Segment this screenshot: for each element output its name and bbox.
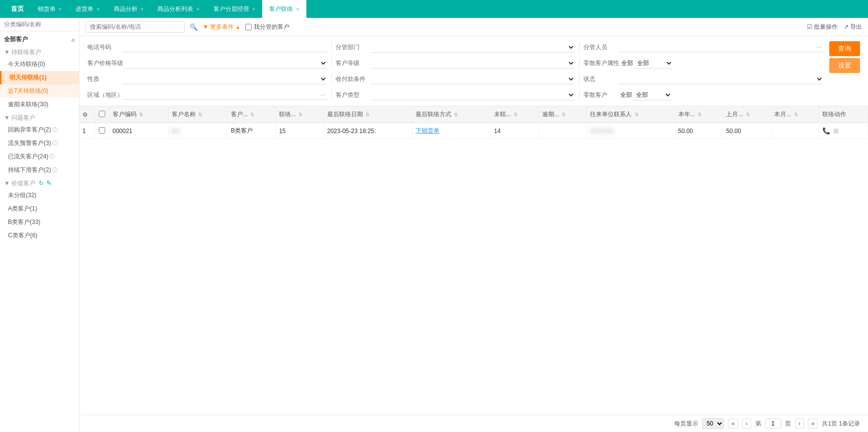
department-label: 分管部门	[336, 43, 370, 52]
sidebar-item-churn-risk[interactable]: 流失预警客户(3) ⓘ	[0, 137, 79, 150]
sort-icon-uncontacted[interactable]: ⇅	[513, 112, 517, 117]
price-level-select[interactable]	[123, 58, 327, 69]
sort-icon-date[interactable]: ⇅	[365, 112, 369, 117]
department-select[interactable]	[370, 42, 576, 53]
divider4	[579, 57, 579, 69]
phone-action-icon[interactable]: 📞	[822, 127, 830, 135]
manager-ellipsis[interactable]: ···	[814, 44, 823, 51]
query-button[interactable]: 查询	[829, 41, 860, 56]
col-this-month-header[interactable]: 本月... ⇅	[771, 106, 819, 123]
col-uncontacted-header[interactable]: 未联... ⇅	[491, 106, 539, 123]
gender-select[interactable]	[122, 74, 327, 84]
my-customers-checkbox-label[interactable]: 我分管的客户	[245, 23, 289, 31]
sidebar-item-repurchase-abnormal[interactable]: 回购异常客户(2) ⓘ	[0, 123, 79, 137]
col-this-year-header[interactable]: 本年... ⇅	[675, 106, 723, 123]
collapse-sidebar-icon[interactable]: «	[71, 36, 75, 44]
row-customer-type: B类客户	[228, 123, 276, 139]
sort-icon-type[interactable]: ⇅	[250, 112, 254, 117]
col-settings[interactable]: ⚙	[79, 106, 95, 123]
refresh-value-icon[interactable]: ↻	[39, 180, 44, 187]
customer-level-select[interactable]	[370, 58, 576, 69]
search-input[interactable]	[85, 21, 185, 33]
next-page-button[interactable]: ›	[795, 419, 804, 429]
nav-customer-contact[interactable]: 客户联络 ×	[262, 0, 306, 18]
sidebar-item-tomorrow[interactable]: 明天待联络(1)	[0, 71, 79, 84]
nav-product-analysis[interactable]: 商品分析 ×	[107, 0, 150, 18]
last-method-link[interactable]: 下销货单	[416, 127, 439, 134]
col-code-header[interactable]: 客户编码 ⇅	[109, 106, 168, 123]
sort-icon-unit[interactable]: ⇅	[635, 112, 639, 117]
my-customers-checkbox[interactable]	[245, 24, 252, 30]
divider2	[579, 41, 579, 53]
sidebar-item-overdue[interactable]: 逾期未联络(30)	[0, 98, 79, 111]
first-page-button[interactable]: «	[728, 419, 738, 429]
sidebar-item-today[interactable]: 今天待联络(0)	[0, 58, 79, 71]
row-unit-contacts: XXXXXX	[587, 123, 675, 139]
sidebar-item-week[interactable]: 近7天待联络(0)	[0, 84, 79, 98]
settings-gear-icon[interactable]: ⚙	[82, 111, 88, 118]
more-conditions-button[interactable]: ▼ 更多条件 ▲	[203, 23, 240, 31]
bulk-operation-button[interactable]: ☑ 批量操作	[807, 23, 838, 31]
sidebar-item-a-class[interactable]: A类客户(1)	[0, 202, 79, 216]
nav-customer-tier[interactable]: 客户分层经营 ×	[207, 0, 262, 18]
sort-icon-method[interactable]: ⇅	[454, 112, 458, 117]
settings-button[interactable]: 设置	[829, 58, 860, 73]
sidebar-item-churned[interactable]: 已流失客户(24) ⓘ	[0, 150, 79, 163]
payment-select[interactable]	[370, 74, 576, 84]
sort-icon-last-month[interactable]: ⇅	[746, 112, 750, 117]
select-all-checkbox[interactable]	[99, 111, 105, 117]
close-customer-tier-tab[interactable]: ×	[252, 6, 255, 12]
close-customer-contact-tab[interactable]: ×	[296, 6, 299, 12]
nav-home[interactable]: 首页	[4, 0, 31, 18]
col-last-date-header[interactable]: 最后联络日期 ⇅	[324, 106, 412, 123]
close-purchase-tab[interactable]: ×	[96, 6, 99, 12]
manager-input[interactable]	[618, 43, 814, 52]
nav-product-analysis-list[interactable]: 商品分析列表 ×	[150, 0, 206, 18]
per-page-select[interactable]: 50	[702, 418, 724, 429]
retail-customer-select[interactable]: 全部	[632, 90, 672, 100]
all-customers-label[interactable]: 全部客户	[4, 35, 28, 44]
export-button[interactable]: ↗ 导出	[844, 23, 862, 31]
filter-region: 区域（地区） ···	[87, 90, 327, 100]
region-input[interactable]	[123, 90, 318, 99]
phone-input[interactable]	[122, 43, 327, 52]
close-sales-tab[interactable]: ×	[59, 6, 62, 12]
customer-type-select[interactable]	[370, 90, 576, 100]
status-select[interactable]	[618, 74, 823, 84]
region-ellipsis[interactable]: ···	[318, 91, 327, 98]
col-customer-type-header[interactable]: 客户... ⇅	[228, 106, 276, 123]
col-name-header[interactable]: 客户名称 ⇅	[168, 106, 227, 123]
col-last-month-header[interactable]: 上月... ⇅	[723, 106, 771, 123]
nav-sales[interactable]: 销货单 ×	[31, 0, 69, 18]
sort-icon-year[interactable]: ⇅	[698, 112, 702, 117]
sidebar-item-b-class[interactable]: B类客户(33)	[0, 216, 79, 229]
sort-icon-overdue[interactable]: ⇅	[562, 112, 566, 117]
filter-retail-attr: 零散客户属性 全部 全部	[583, 58, 823, 69]
col-overdue-header[interactable]: 逾期... ⇅	[539, 106, 587, 123]
sort-icon-contacts[interactable]: ⇅	[298, 112, 302, 117]
divider8	[579, 89, 579, 101]
prev-page-button[interactable]: ‹	[742, 419, 751, 429]
nav-purchase[interactable]: 进货单 ×	[69, 0, 106, 18]
retail-attr-select[interactable]: 全部	[633, 58, 673, 69]
close-product-analysis-tab[interactable]: ×	[141, 6, 144, 12]
row-checkbox[interactable]	[99, 127, 105, 134]
sidebar-item-c-class[interactable]: C类客户(6)	[0, 229, 79, 242]
edit-value-icon[interactable]: ✎	[46, 179, 52, 187]
sidebar-search-input[interactable]	[4, 21, 78, 28]
sidebar-item-ungrouped[interactable]: 未分组(32)	[0, 189, 79, 202]
manager-label: 分管人员	[583, 43, 618, 52]
sort-icon-this-month[interactable]: ⇅	[794, 112, 798, 117]
sort-icon-name[interactable]: ⇅	[198, 112, 202, 117]
col-contacts-header[interactable]: 联络... ⇅	[276, 106, 324, 123]
grid-action-icon[interactable]: ⊞	[833, 127, 839, 135]
col-last-method-header[interactable]: 最后联络方式 ⇅	[413, 106, 491, 123]
last-page-button[interactable]: »	[808, 419, 818, 429]
search-button[interactable]: 🔍	[190, 23, 198, 31]
page-number-input[interactable]	[765, 419, 781, 429]
col-unit-contacts-header[interactable]: 往来单位联系人 ⇅	[587, 106, 675, 123]
sort-icon-code[interactable]: ⇅	[139, 112, 143, 117]
info-icon-churn-risk: ⓘ	[52, 140, 58, 147]
sidebar-item-continuous-decline[interactable]: 持续下滑客户(2) ⓘ	[0, 163, 79, 177]
close-product-analysis-list-tab[interactable]: ×	[196, 6, 199, 12]
